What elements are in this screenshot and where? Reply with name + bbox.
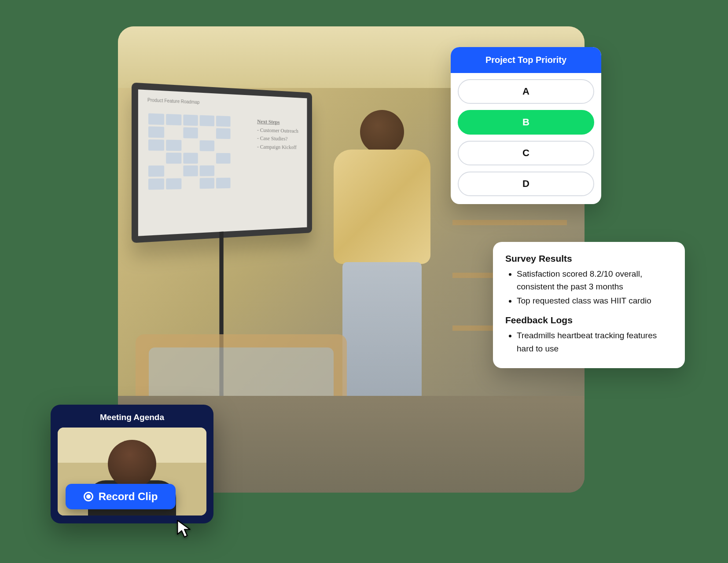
poll-option-b[interactable]: B xyxy=(458,110,594,135)
results-card: Survey Results Satisfaction scored 8.2/1… xyxy=(493,242,685,368)
feedback-logs-list: Treadmills heartbeat tracking features h… xyxy=(505,329,673,355)
survey-results-heading: Survey Results xyxy=(505,253,673,264)
whiteboard: Product Feature Roadmap Next Steps - Cus… xyxy=(132,82,312,243)
record-clip-label: Record Clip xyxy=(99,490,158,503)
survey-result-item: Top requested class was HIIT cardio xyxy=(517,294,673,307)
poll-option-c[interactable]: C xyxy=(458,141,594,165)
survey-result-item: Satisfaction scored 8.2/10 overall, cons… xyxy=(517,267,673,293)
record-icon xyxy=(84,492,93,501)
whiteboard-note-line: - Campaign Kickoff xyxy=(257,143,298,151)
whiteboard-notes: Next Steps - Customer Outreach - Case St… xyxy=(257,117,298,151)
feedback-logs-heading: Feedback Logs xyxy=(505,315,673,325)
whiteboard-title: Product Feature Roadmap xyxy=(147,97,303,109)
survey-results-list: Satisfaction scored 8.2/10 overall, cons… xyxy=(505,267,673,307)
meeting-agenda-video-thumbnail[interactable]: Record Clip xyxy=(58,428,206,515)
whiteboard-note-line: - Customer Outreach xyxy=(257,125,298,135)
feedback-log-item: Treadmills heartbeat tracking features h… xyxy=(517,329,673,355)
poll-options: A B C D xyxy=(451,73,601,204)
poll-option-a[interactable]: A xyxy=(458,79,594,104)
whiteboard-grid xyxy=(148,113,231,216)
poll-title: Project Top Priority xyxy=(451,47,601,73)
poll-option-d[interactable]: D xyxy=(458,172,594,196)
meeting-agenda-title: Meeting Agenda xyxy=(58,411,206,428)
whiteboard-notes-title: Next Steps xyxy=(257,117,298,127)
poll-card: Project Top Priority A B C D xyxy=(451,47,601,204)
meeting-agenda-widget: Meeting Agenda Record Clip xyxy=(51,405,213,523)
whiteboard-note-line: - Case Studies? xyxy=(257,134,298,143)
record-clip-button[interactable]: Record Clip xyxy=(66,484,176,509)
